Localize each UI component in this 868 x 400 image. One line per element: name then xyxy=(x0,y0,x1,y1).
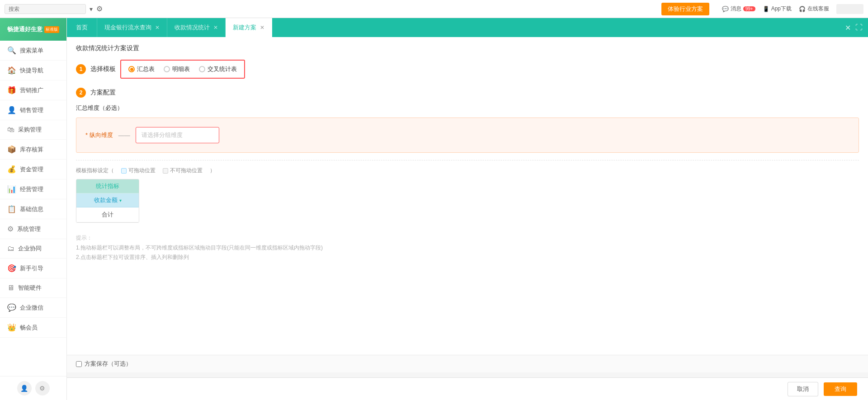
sidebar: 畅捷通好生意 标准版 🔍 搜索菜单 🏠 快捷导航 🎁 营销推广 👤 销售管理 🛍… xyxy=(0,18,67,400)
sidebar-item-collab[interactable]: 🗂 企业协同 xyxy=(0,239,66,259)
guide-icon: 🎯 xyxy=(7,264,16,273)
query-button[interactable]: 查询 xyxy=(824,382,857,396)
tab-bar-right: ✕ ⛶ xyxy=(840,18,868,37)
sidebar-item-inventory[interactable]: 📦 库存核算 xyxy=(0,140,66,160)
logo-badge: 标准版 xyxy=(44,26,59,33)
user-avatar[interactable] xyxy=(836,4,863,14)
tab-home[interactable]: 首页 xyxy=(67,18,97,37)
sidebar-item-nav[interactable]: 🏠 快捷导航 xyxy=(0,61,66,80)
sidebar-item-label: 销售管理 xyxy=(20,106,43,114)
movable-legend-dot xyxy=(121,168,127,174)
user-icon: 👤 xyxy=(7,106,16,114)
message-action[interactable]: 💬 消息 99+ xyxy=(722,5,755,13)
tab-label: 收款情况统计 xyxy=(175,24,210,32)
tips-title: 提示： xyxy=(76,235,92,241)
sidebar-item-finance[interactable]: 💰 资金管理 xyxy=(0,160,66,179)
sidebar-item-label: 系统管理 xyxy=(17,225,41,233)
search-input[interactable] xyxy=(5,4,86,14)
tip2: 2.点击标题栏下拉可设置排序、插入列和删除列 xyxy=(76,253,859,263)
service-label: 在线客服 xyxy=(807,5,829,13)
radio-cross[interactable]: 交叉统计表 xyxy=(199,65,237,73)
config-section: 汇总维度（必选） * 纵向维度 —— 请选择分组维度 模板指标设定（ xyxy=(76,104,859,263)
page-footer: 方案保存（可选） xyxy=(67,355,868,372)
sidebar-item-basic-info[interactable]: 📋 基础信息 xyxy=(0,199,66,219)
download-action[interactable]: 📱 App下载 xyxy=(763,5,792,13)
content-area: 收款情况统计方案设置 1 选择模板 汇总表 xyxy=(67,37,868,377)
sidebar-item-wechat[interactable]: 💬 企业微信 xyxy=(0,298,66,318)
cancel-button[interactable]: 取消 xyxy=(788,382,818,396)
sidebar-item-member[interactable]: 👑 畅会员 xyxy=(0,318,66,338)
hardware-icon: 🖥 xyxy=(7,284,14,292)
sidebar-item-sales[interactable]: 👤 销售管理 xyxy=(0,100,66,120)
radio-label-summary: 汇总表 xyxy=(137,65,155,73)
sidebar-logo: 畅捷通好生意 标准版 xyxy=(0,18,66,41)
sidebar-item-search[interactable]: 🔍 搜索菜单 xyxy=(0,41,66,61)
sidebar-item-label: 搜索菜单 xyxy=(20,47,43,55)
radio-group: 汇总表 明细表 交叉统计表 xyxy=(128,65,237,73)
indicator-header[interactable]: 统计指标 xyxy=(76,179,139,193)
trial-button[interactable]: 体验行业方案 xyxy=(661,3,709,15)
dropdown-icon[interactable]: ▾ xyxy=(90,5,93,13)
radio-circle-cross xyxy=(199,66,205,72)
message-icon: 💬 xyxy=(722,6,729,12)
step1-number: 1 xyxy=(76,64,86,74)
message-label: 消息 xyxy=(731,5,741,13)
sidebar-item-label: 库存核算 xyxy=(20,146,43,154)
tab-label: 现金银行流水查询 xyxy=(104,24,151,32)
sidebar-item-purchase[interactable]: 🛍 采购管理 xyxy=(0,120,66,140)
gear-icon: ⚙ xyxy=(7,225,14,233)
close-window-icon[interactable]: ✕ xyxy=(845,24,851,32)
sidebar-item-label: 企业协同 xyxy=(18,245,42,253)
total-label: 合计 xyxy=(102,211,113,218)
logo-text: 畅捷通好生意 xyxy=(7,25,42,33)
sidebar-item-label: 畅会员 xyxy=(20,324,38,332)
vertical-dimension-label: * 纵向维度 xyxy=(85,131,113,139)
sidebar-item-management[interactable]: 📊 经营管理 xyxy=(0,179,66,199)
gear-icon[interactable]: ⚙ xyxy=(96,5,103,13)
sidebar-item-system[interactable]: ⚙ 系统管理 xyxy=(0,219,66,239)
tab-close-icon[interactable]: ✕ xyxy=(155,24,160,31)
tab-close-icon[interactable]: ✕ xyxy=(213,24,218,31)
right-area: 首页 现金银行流水查询 ✕ 收款情况统计 ✕ 新建方案 ✕ ✕ ⛶ xyxy=(67,18,868,400)
tab-cashflow[interactable]: 现金银行流水查询 ✕ xyxy=(97,18,167,37)
sidebar-item-guide[interactable]: 🎯 新手引导 xyxy=(0,259,66,278)
sidebar-bottom-icon2[interactable]: ⚙ xyxy=(35,381,50,395)
save-plan-input[interactable] xyxy=(76,361,82,367)
box-icon: 📦 xyxy=(7,145,16,154)
sidebar-item-label: 快捷导航 xyxy=(20,66,43,75)
dimension-select[interactable]: 请选择分组维度 xyxy=(136,127,219,143)
gift-icon: 🎁 xyxy=(7,86,16,94)
chart-icon: 📊 xyxy=(7,185,16,193)
fixed-legend-label: 不可拖动位置 xyxy=(170,167,203,174)
step2-section: 2 方案配置 汇总维度（必选） * 纵向维度 —— 请选择分组维度 xyxy=(76,88,859,263)
sidebar-item-label: 新手引导 xyxy=(20,264,43,273)
main-layout: 畅捷通好生意 标准版 🔍 搜索菜单 🏠 快捷导航 🎁 营销推广 👤 销售管理 🛍… xyxy=(0,18,868,400)
tab-label: 新建方案 xyxy=(233,24,256,32)
service-action[interactable]: 🎧 在线客服 xyxy=(799,5,829,13)
sidebar-item-label: 营销推广 xyxy=(20,86,43,94)
top-right-actions: 💬 消息 99+ 📱 App下载 🎧 在线客服 xyxy=(722,4,863,14)
sidebar-item-hardware[interactable]: 🖥 智能硬件 xyxy=(0,278,66,298)
page-title: 收款情况统计方案设置 xyxy=(76,44,859,52)
save-plan-checkbox[interactable]: 方案保存（可选） xyxy=(76,360,132,368)
home-icon: 🏠 xyxy=(7,66,16,75)
column-header[interactable]: 收款金额 ▾ xyxy=(76,193,139,207)
radio-detail[interactable]: 明细表 xyxy=(164,65,190,73)
tab-collection[interactable]: 收款情况统计 ✕ xyxy=(167,18,226,37)
sidebar-item-marketing[interactable]: 🎁 营销推广 xyxy=(0,80,66,100)
radio-summary[interactable]: 汇总表 xyxy=(128,65,155,73)
step1-section: 1 选择模板 汇总表 明细表 xyxy=(76,60,859,79)
total-cell: 合计 xyxy=(76,207,139,222)
service-icon: 🎧 xyxy=(799,6,806,12)
download-label: App下载 xyxy=(771,5,792,13)
sidebar-item-label: 智能硬件 xyxy=(18,284,42,292)
sidebar-bottom-icon1[interactable]: 👤 xyxy=(17,381,32,395)
arrow-icon: —— xyxy=(118,132,130,139)
step2-title: 方案配置 xyxy=(90,89,116,97)
search-icon: 🔍 xyxy=(7,46,16,55)
tab-new-plan[interactable]: 新建方案 ✕ xyxy=(226,18,272,37)
tab-close-icon[interactable]: ✕ xyxy=(260,24,264,31)
sidebar-item-label: 企业微信 xyxy=(20,304,43,312)
maximize-icon[interactable]: ⛶ xyxy=(855,24,863,32)
step2-header: 2 方案配置 xyxy=(76,88,859,98)
